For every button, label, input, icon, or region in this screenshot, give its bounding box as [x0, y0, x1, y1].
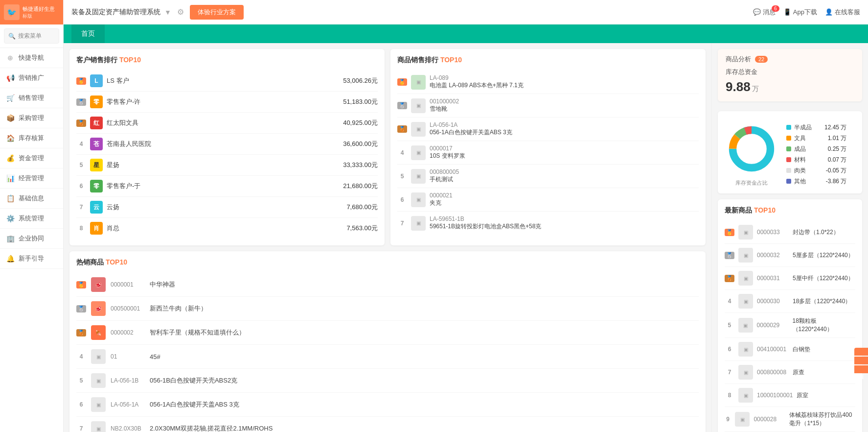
- service-icon: 👤: [825, 8, 833, 16]
- product-image: ▣: [411, 98, 426, 113]
- product-image: ▣: [738, 388, 753, 403]
- sidebar-item-inventory[interactable]: 🏠 库存核算: [0, 128, 63, 148]
- system-title-area: 装备及固定资产辅助管理系统 ▼: [71, 8, 171, 17]
- sidebar-item-marketing[interactable]: 📢 营销推广: [0, 68, 63, 88]
- trial-button[interactable]: 体验行业方案: [190, 5, 244, 20]
- product-ranking-table: 🥇 ▣ LA-089 电池盖 LA-089 ABS本色+黑种 7.1克 🥈 ▣: [397, 71, 699, 235]
- inventory-header-row: 商品分析 22: [726, 55, 854, 64]
- chart-label: 库存资金占比: [725, 179, 778, 187]
- table-row: 4 苍 苍南县人民医院 36,600.00元: [76, 134, 378, 155]
- product-image: ▣: [91, 349, 106, 364]
- list-item: 4 ▣ 01 45#: [76, 345, 699, 369]
- list-item: 🥉 ▣ 0000031 5厘中纤（1220*2440）: [725, 267, 855, 290]
- table-row: 🥇 L LS 客户 53,006.26元: [76, 71, 378, 92]
- table-row: 🥉 ▣ LA-056-1A 056-1A白色按键开关盖ABS 3克: [397, 118, 699, 141]
- sales-icon: 🛒: [6, 94, 15, 102]
- legend-item: 半成品 12.45 万: [786, 123, 846, 132]
- float-live-button[interactable]: 直播: [854, 365, 868, 373]
- page-tabs: 首页: [64, 24, 868, 43]
- product-image: ▣: [738, 225, 753, 240]
- product-image: ▣: [411, 216, 426, 231]
- avatar: 零: [90, 180, 103, 192]
- avatar: 红: [90, 117, 103, 129]
- app-download-link[interactable]: 📱 App下载: [783, 8, 817, 17]
- inventory-total-label: 库存总资金: [726, 68, 854, 76]
- legend-item: 材料 0.07 万: [786, 156, 846, 164]
- sidebar-item-quick-nav[interactable]: ⊕ 快捷导航: [0, 48, 63, 68]
- finance-icon: 💰: [6, 154, 15, 163]
- table-row: 6 零 零售客户-于 21,680.00元: [76, 176, 378, 197]
- online-service-link[interactable]: 👤 在线客服: [825, 8, 860, 17]
- sidebar-search-area: 🔍 搜索菜单: [0, 24, 63, 48]
- svg-point-6: [740, 137, 763, 161]
- system-dropdown-icon[interactable]: ▼: [164, 8, 171, 16]
- search-menu-button[interactable]: 🔍 搜索菜单: [4, 28, 59, 44]
- table-row: 6 ▣ 0000021 夹克: [397, 188, 699, 212]
- product-image: ▣: [411, 145, 426, 160]
- tab-home[interactable]: 首页: [71, 24, 105, 43]
- product-image: ▣: [411, 192, 426, 207]
- list-item: 7 ▣ NB2.0X30B 2.0X30MM双搓花轴,搓花直径2.1MM/ROH…: [76, 417, 699, 432]
- inventory-amount: 9.88: [726, 79, 751, 94]
- rank-1: 🥇: [76, 77, 86, 85]
- phone-icon: 📱: [783, 8, 791, 16]
- main-area: 装备及固定资产辅助管理系统 ▼ ⚙ 体验行业方案 💬 消息 6 📱 App下载 …: [64, 0, 868, 432]
- table-row: 7 云 云扬 7,680.00元: [76, 197, 378, 218]
- sidebar-item-base-info[interactable]: 📋 基础信息: [0, 189, 63, 209]
- logo-text: 畅捷通好生意 标版: [23, 5, 55, 19]
- inventory-chart-card: 库存资金占比 半成品 12.45 万 文具 1.01 万: [718, 111, 862, 193]
- sidebar-logo: 🐦 畅捷通好生意 标版: [0, 0, 63, 24]
- sidebar-item-operation[interactable]: 📊 经营管理: [0, 168, 63, 189]
- inventory-section-label: 商品分析: [726, 55, 751, 64]
- inventory-legend: 半成品 12.45 万 文具 1.01 万 成品 0.25 万: [786, 123, 846, 186]
- operation-icon: 📊: [6, 174, 15, 183]
- content-left: 客户销售排行 TOP10 🥇 L LS 客户 53,006.26元 🥈 零: [64, 43, 711, 432]
- list-item: 5 ▣ 0000029 18颗粒板（1220*2440）: [725, 313, 855, 338]
- avatar: 云: [90, 201, 103, 214]
- logo-icon: 🐦: [4, 4, 20, 20]
- avatar: 肖: [90, 222, 103, 235]
- sidebar-item-finance[interactable]: 💰 资金管理: [0, 148, 63, 168]
- customer-ranking-card: 客户销售排行 TOP10 🥇 L LS 客户 53,006.26元 🥈 零: [69, 49, 385, 245]
- sidebar-item-enterprise[interactable]: 🏢 企业协同: [0, 229, 63, 249]
- donut-chart-area: 库存资金占比 半成品 12.45 万 文具 1.01 万: [725, 122, 855, 187]
- legend-item: 肉类 -0.05 万: [786, 167, 846, 175]
- sidebar-item-sales[interactable]: 🛒 销售管理: [0, 88, 63, 108]
- float-buttons: 客服热线 服务社区 直播: [854, 348, 868, 373]
- hot-products-list: 🥇 🥩 0000001 中华神器 🥈 🥩 000500001 新西兰牛肉（新牛）…: [76, 273, 699, 432]
- sidebar-item-system[interactable]: ⚙️ 系统管理: [0, 209, 63, 229]
- message-badge[interactable]: 💬 消息 6: [753, 8, 776, 17]
- table-row: 🥉 红 红太阳文具 40,925.00元: [76, 113, 378, 134]
- legend-item: 其他 -3.86 万: [786, 177, 846, 186]
- avatar: 零: [90, 96, 103, 108]
- avatar: 苍: [90, 138, 103, 150]
- list-item: 🥈 🥩 000500001 新西兰牛肉（新牛）: [76, 297, 699, 321]
- product-image: ▣: [411, 169, 426, 184]
- table-row: 🥇 ▣ LA-089 电池盖 LA-089 ABS本色+黑种 7.1克: [397, 71, 699, 94]
- rank-2: 🥈: [76, 98, 86, 106]
- sidebar-item-guide[interactable]: 🔔 新手引导: [0, 249, 63, 269]
- new-products-title: 最新商品 TOP10: [725, 206, 855, 215]
- new-products-list: 🥇 ▣ 0000033 封边带（1.0*22） 🥈 ▣ 0000032 5厘多层…: [725, 221, 855, 432]
- product-ranking-card: 商品销售排行 TOP10 🥇 ▣ LA-089 电池盖 LA-089 ABS本色…: [390, 49, 706, 245]
- table-row: 5 星 星扬 33,333.00元: [76, 155, 378, 176]
- sidebar-nav: ⊕ 快捷导航 📢 营销推广 🛒 销售管理 📦 采购管理 🏠 库存核算 💰 资金管…: [0, 48, 63, 432]
- table-row: 5 ▣ 000800005 手机测试: [397, 165, 699, 188]
- product-image: ▣: [91, 373, 106, 388]
- settings-icon[interactable]: ⚙: [177, 7, 184, 17]
- system-icon: ⚙️: [6, 214, 15, 223]
- sidebar-item-purchase[interactable]: 📦 采购管理: [0, 108, 63, 128]
- product-image: 🥩: [91, 301, 106, 316]
- table-row: 🥈 零 零售客户-许 51,183.00元: [76, 92, 378, 113]
- float-service-button[interactable]: 客服热线: [854, 348, 868, 356]
- product-image: ▣: [738, 271, 753, 286]
- customer-ranking-title: 客户销售排行 TOP10: [76, 56, 378, 65]
- product-image: ▣: [738, 294, 753, 309]
- message-icon: 💬: [753, 8, 761, 16]
- list-item: 🥇 🥩 0000001 中华神器: [76, 273, 699, 297]
- float-community-button[interactable]: 服务社区: [854, 357, 868, 364]
- enterprise-icon: 🏢: [6, 234, 15, 243]
- list-item: 9 ▣ 0000028 体械荔枝味苏打饮品400毫升（1*15）: [725, 407, 855, 432]
- table-row: 4 ▣ 0000017 10S 变料罗浆: [397, 141, 699, 165]
- avatar: 星: [90, 159, 103, 171]
